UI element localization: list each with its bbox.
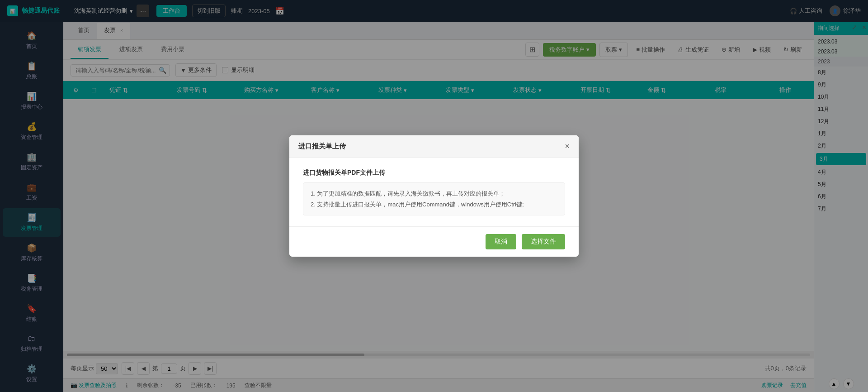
modal-info-item-1: 1. 为了更加精准的数据匹配，请先录入海关缴款书，再上传对应的报关单；: [311, 188, 557, 199]
modal-info-item-2: 2. 支持批量上传进口报关单，mac用户使用Command键，windows用户…: [311, 199, 557, 210]
modal-close-button[interactable]: ×: [565, 142, 570, 151]
modal-cancel-button[interactable]: 取消: [486, 234, 516, 249]
modal-header: 进口报关单上传 ×: [289, 135, 579, 158]
modal-import-customs: 进口报关单上传 × 进口货物报关单PDF文件上传 1. 为了更加精准的数据匹配，…: [289, 135, 579, 257]
modal-footer: 取消 选择文件: [289, 226, 579, 257]
modal-body: 进口货物报关单PDF文件上传 1. 为了更加精准的数据匹配，请先录入海关缴款书，…: [289, 158, 579, 226]
modal-info-box: 1. 为了更加精准的数据匹配，请先录入海关缴款书，再上传对应的报关单； 2. 支…: [303, 182, 565, 215]
modal-select-file-button[interactable]: 选择文件: [522, 234, 565, 249]
modal-overlay[interactable]: 进口报关单上传 × 进口货物报关单PDF文件上传 1. 为了更加精准的数据匹配，…: [0, 0, 868, 392]
modal-title: 进口报关单上传: [298, 142, 346, 151]
modal-section-title: 进口货物报关单PDF文件上传: [303, 169, 565, 177]
